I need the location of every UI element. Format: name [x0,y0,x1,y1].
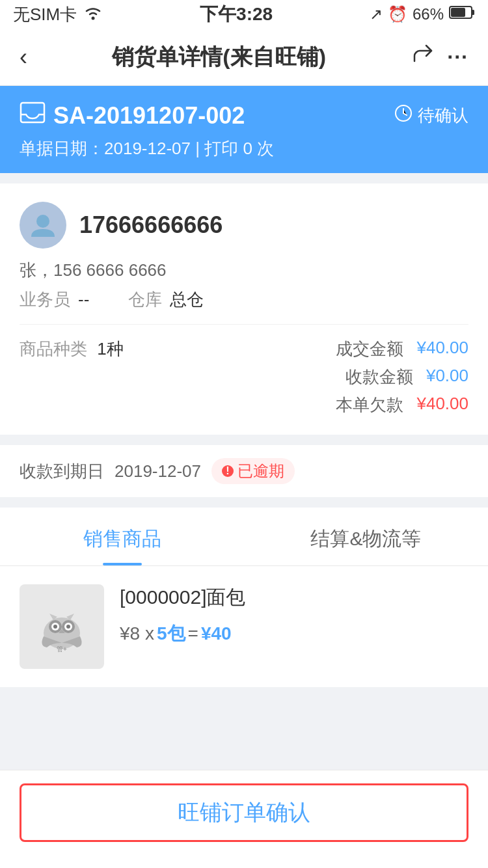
status-left: 无SIM卡 [13,3,103,26]
product-price-row: ¥8 x 5包 = ¥40 [120,621,468,646]
order-status: 待确认 [394,104,468,127]
customer-name: 张，156 6666 6666 [20,259,468,282]
overdue-icon: ! [222,465,234,477]
collected-row: 收款金额 ¥0.00 [346,366,468,388]
warehouse-label: 仓库 [128,288,162,311]
amount-stats: 成交金额 ¥40.00 收款金额 ¥0.00 本单欠款 ¥40.00 [336,338,468,416]
share-icon[interactable] [411,43,434,71]
collected-value: ¥0.00 [426,366,468,388]
confirm-order-button[interactable]: 旺铺订单确认 [20,783,468,842]
owed-row: 本单欠款 ¥40.00 [336,394,468,416]
battery-icon [449,5,475,23]
customer-avatar [20,202,66,249]
svg-rect-3 [451,8,465,17]
tab-settlement[interactable]: 结算&物流等 [244,508,488,565]
product-card: 管+ [0000002]面包 ¥8 x 5包 = ¥40 [0,566,488,687]
order-id: SA-20191207-002 [20,102,245,129]
product-info: [0000002]面包 ¥8 x 5包 = ¥40 [120,584,468,646]
alarm-icon: ⏰ [388,5,407,23]
wifi-icon [83,5,103,25]
warehouse-value: 总仓 [170,288,204,311]
transaction-value: ¥40.00 [416,338,468,360]
warehouse-row: 仓库 总仓 [128,288,204,311]
more-icon[interactable]: ··· [447,45,468,69]
back-button[interactable]: ‹ [20,44,27,71]
divider-1 [20,324,468,325]
status-bar: 无SIM卡 下午3:28 ↗ ⏰ 66% [0,0,488,29]
product-name: [0000002]面包 [120,584,468,611]
time-display: 下午3:28 [200,2,273,27]
svg-rect-2 [472,10,474,15]
battery-label: 66% [413,5,444,23]
price-base: ¥8 x [120,623,154,644]
svg-point-13 [66,625,70,629]
transaction-label: 成交金额 [336,338,403,360]
collected-label: 收款金额 [346,366,413,388]
page-title: 销货单详情(来自旺铺) [112,42,326,72]
svg-point-6 [36,215,49,228]
transaction-row: 成交金额 ¥40.00 [336,338,468,360]
product-types-value: 1种 [97,339,123,359]
svg-point-0 [92,16,95,20]
customer-phone: 17666666666 [79,211,223,239]
customer-meta: 业务员 -- 仓库 总仓 [20,288,468,311]
customer-card: 17666666666 张，156 6666 6666 业务员 -- 仓库 总仓… [0,183,488,435]
nav-actions: ··· [411,43,468,71]
due-date-label: 收款到期日 [20,460,104,483]
svg-point-12 [53,625,57,629]
svg-rect-4 [21,103,44,122]
carrier-label: 无SIM卡 [13,3,77,26]
nav-bar: ‹ 销货单详情(来自旺铺) ··· [0,29,488,86]
order-date: 单据日期：2019-12-07 | 打印 0 次 [20,137,468,160]
due-date-value: 2019-12-07 [115,461,201,481]
price-equals: = [188,623,198,644]
svg-text:管+: 管+ [57,645,67,653]
bottom-bar: 旺铺订单确认 [0,770,488,868]
tab-underline [103,563,142,565]
owed-value: ¥40.00 [416,394,468,416]
status-right: ↗ ⏰ 66% [370,5,475,23]
overdue-badge: ! 已逾期 [211,458,295,484]
overdue-text: 已逾期 [237,461,284,481]
product-thumbnail: 管+ [20,584,104,669]
price-total: ¥40 [201,623,232,644]
order-inbox-icon [20,102,46,129]
tabs-container: 销售商品 结算&物流等 [0,508,488,566]
owed-label: 本单欠款 [336,394,403,416]
product-types-label: 商品种类 [20,339,87,359]
product-types: 商品种类 1种 [20,338,124,360]
sales-rep-label: 业务员 [20,288,70,311]
tab-sales-products[interactable]: 销售商品 [0,508,244,565]
location-icon: ↗ [370,5,383,23]
due-date-row: 收款到期日 2019-12-07 ! 已逾期 [0,445,488,497]
sales-rep-value: -- [78,290,89,310]
order-banner: SA-20191207-002 待确认 单据日期：2019-12-07 | 打印… [0,86,488,173]
clock-icon [394,104,413,127]
sales-rep-row: 业务员 -- [20,288,89,311]
price-quantity: 5包 [157,621,185,646]
stats-row: 商品种类 1种 成交金额 ¥40.00 收款金额 ¥0.00 本单欠款 ¥40.… [20,338,468,416]
